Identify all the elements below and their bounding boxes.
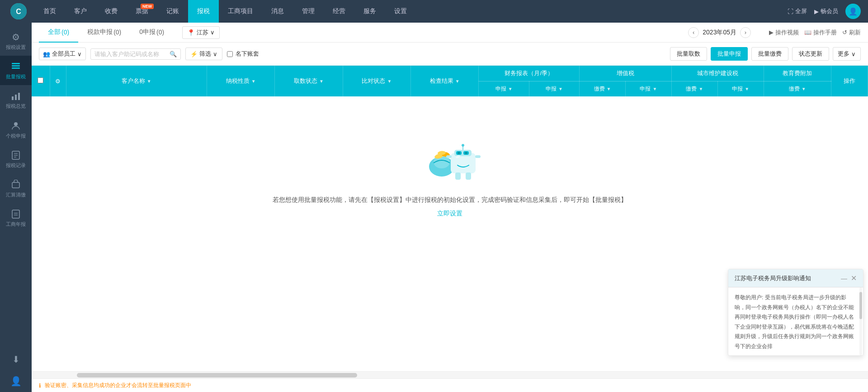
- batch-pay-btn[interactable]: 批量缴费: [751, 47, 788, 61]
- svg-point-27: [465, 152, 467, 154]
- sidebar: ⚙ 报税设置 批量报税 报税总览: [0, 23, 32, 392]
- th-edu-declare: 申报▼: [717, 81, 764, 97]
- data-table: ⚙ 客户名称▼ 纳税性质▼ 取数状态▼ 比对状态▼: [32, 66, 868, 245]
- op-video-btn[interactable]: ▶ 操作视频: [769, 29, 799, 37]
- th-operation: 操作: [831, 66, 868, 96]
- notification-content: 尊敬的用户: 受当前电子税务局进一步升级的影响，同一个政务网账号（办税人）名下的…: [735, 293, 857, 352]
- name-accounts-checkbox[interactable]: [227, 51, 233, 57]
- table-body: 若您想使用批量报税功能，请先在【报税设置】中进行报税的初始化设置，完成密码验证和…: [32, 96, 868, 245]
- edu-pay-filter-icon[interactable]: ▼: [802, 86, 806, 91]
- filter-icon: ⚡: [190, 51, 198, 57]
- nav-billing[interactable]: 收费: [96, 0, 127, 23]
- empty-state-message: 若您想使用批量报税功能，请先在【报税设置】中进行报税的初始化设置，完成密码验证和…: [273, 196, 627, 204]
- nav-items: 首页 客户 收费 票据 NEW 记账 报税 工商项目 消息 管理 经营 服务 设…: [34, 0, 788, 23]
- th-fin-declare: 申报▼: [479, 81, 529, 97]
- empty-state: 若您想使用批量报税功能，请先在【报税设置】中进行报税的初始化设置，完成密码验证和…: [32, 96, 868, 245]
- batch-declare-btn[interactable]: 批量申报: [711, 47, 748, 61]
- region-selector[interactable]: 📍 江苏 ∨: [182, 26, 220, 39]
- sidebar-item-tax-settings[interactable]: ⚙ 报税设置: [0, 26, 32, 56]
- city-declare-filter-icon[interactable]: ▼: [652, 86, 657, 91]
- bottom-bar-text: 验证账密、采集信息均成功的企业才会流转至批量报税页面中: [45, 382, 191, 389]
- sidebar-bottom: ⬇ 👤: [0, 349, 32, 392]
- vat-pay-filter-icon[interactable]: ▼: [607, 86, 611, 91]
- sidebar-item-clearance[interactable]: 汇算清缴: [0, 174, 32, 203]
- scroll-thumb[interactable]: [77, 373, 357, 378]
- sidebar-item-batch-tax[interactable]: 批量报税: [0, 56, 32, 85]
- more-btn[interactable]: 更多 ∨: [833, 47, 861, 61]
- download-icon: ⬇: [10, 354, 21, 365]
- nav-service[interactable]: 服务: [354, 0, 385, 23]
- nav-business[interactable]: 工商项目: [219, 0, 262, 23]
- notification-header: 江苏电子税务局升级影响通知 — ✕: [728, 269, 863, 287]
- city-pay-filter-icon[interactable]: ▼: [698, 86, 703, 91]
- region-chevron-icon: ∨: [210, 29, 215, 36]
- sidebar-item-annual-report[interactable]: 工商年报: [0, 203, 32, 233]
- checkbox-label[interactable]: 名下账套: [227, 50, 259, 58]
- select-all-checkbox[interactable]: [38, 77, 43, 83]
- avatar-icon: 👤: [849, 7, 858, 16]
- nav-invoice[interactable]: 票据 NEW: [127, 0, 157, 23]
- notification-scrollbar-thumb[interactable]: [859, 292, 862, 319]
- refresh-icon: ↺: [842, 29, 847, 36]
- user-avatar[interactable]: 👤: [845, 4, 861, 19]
- tab-tax-declare[interactable]: 税款申报 (0): [78, 23, 130, 43]
- th-edu-surcharge: 教育费附加: [764, 66, 831, 81]
- sidebar-item-personal-tax[interactable]: 个税申报: [0, 115, 32, 144]
- logo-icon: C: [10, 3, 27, 19]
- sidebar-item-tax-record[interactable]: 报税记录: [0, 144, 32, 174]
- more-chevron-icon: ∨: [851, 51, 856, 57]
- info-icon: ℹ: [39, 382, 41, 389]
- vat-declare-filter-icon[interactable]: ▼: [558, 86, 563, 91]
- fetch-filter-icon[interactable]: ▼: [319, 79, 324, 84]
- sidebar-download[interactable]: ⬇: [0, 349, 32, 370]
- status-update-btn[interactable]: 状态更新: [792, 47, 829, 61]
- compare-filter-icon[interactable]: ▼: [387, 79, 392, 84]
- batch-fetch-btn[interactable]: 批量取数: [670, 47, 707, 61]
- user-icon: 👤: [10, 376, 21, 387]
- employee-filter[interactable]: 👥 全部员工 ∨: [39, 48, 86, 60]
- notification-close-btn[interactable]: ✕: [851, 274, 857, 282]
- app-logo[interactable]: C: [7, 0, 30, 23]
- prev-month-btn[interactable]: ‹: [688, 27, 699, 38]
- horizontal-scrollbar[interactable]: [32, 371, 868, 378]
- check-filter-icon[interactable]: ▼: [455, 79, 460, 84]
- filter-btn[interactable]: ⚡ 筛选 ∨: [185, 48, 222, 60]
- clearance-icon: [10, 179, 21, 190]
- sidebar-user[interactable]: 👤: [0, 370, 32, 392]
- next-month-btn[interactable]: ›: [740, 27, 751, 38]
- search-icon[interactable]: 🔍: [170, 51, 177, 57]
- op-manual-btn[interactable]: 📖 操作手册: [804, 29, 837, 37]
- filter-chevron-icon: ∨: [213, 51, 217, 57]
- nav-customer[interactable]: 客户: [65, 0, 96, 23]
- th-city-pay: 缴费▼: [671, 81, 717, 97]
- top-navigation: C 首页 客户 收费 票据 NEW 记账 报税 工商项目 消息 管理 经营 服务…: [0, 0, 868, 23]
- notification-minimize-btn[interactable]: —: [841, 275, 847, 282]
- nav-tax[interactable]: 报税: [188, 0, 219, 23]
- fullscreen-icon: ⛶: [788, 8, 793, 15]
- sidebar-item-tax-overview[interactable]: 报税总览: [0, 85, 32, 115]
- bottom-bar: ℹ 验证账密、采集信息均成功的企业才会流转至批量报税页面中: [32, 378, 868, 392]
- search-input[interactable]: [94, 51, 170, 57]
- setup-link[interactable]: 立即设置: [437, 210, 462, 218]
- fullscreen-btn[interactable]: ⛶ 全屏: [788, 7, 807, 15]
- tax-overview-icon: [10, 91, 21, 101]
- tab-all[interactable]: 全部 (0): [39, 23, 78, 43]
- edu-declare-filter-icon[interactable]: ▼: [745, 86, 749, 91]
- nav-operation[interactable]: 经营: [324, 0, 354, 23]
- svg-rect-4: [12, 67, 20, 69]
- nav-management[interactable]: 管理: [293, 0, 324, 23]
- fin-declare-filter-icon[interactable]: ▼: [508, 86, 513, 91]
- tab-zero-declare[interactable]: 0申报 (0): [130, 23, 173, 43]
- employee-dropdown-icon: ∨: [77, 51, 82, 57]
- nav-message[interactable]: 消息: [262, 0, 293, 23]
- svg-rect-3: [12, 65, 20, 67]
- nav-home[interactable]: 首页: [34, 0, 65, 23]
- client-filter-icon[interactable]: ▼: [147, 79, 151, 84]
- nav-accounting[interactable]: 记账: [157, 0, 188, 23]
- nav-settings[interactable]: 设置: [385, 0, 416, 23]
- svg-text:C: C: [16, 8, 21, 15]
- refresh-btn[interactable]: ↺ 刷新: [842, 29, 861, 37]
- vip-btn[interactable]: ▶ 畅会员: [814, 7, 838, 15]
- th-edu-pay: 缴费▼: [764, 81, 831, 97]
- tax-type-filter-icon[interactable]: ▼: [251, 79, 256, 84]
